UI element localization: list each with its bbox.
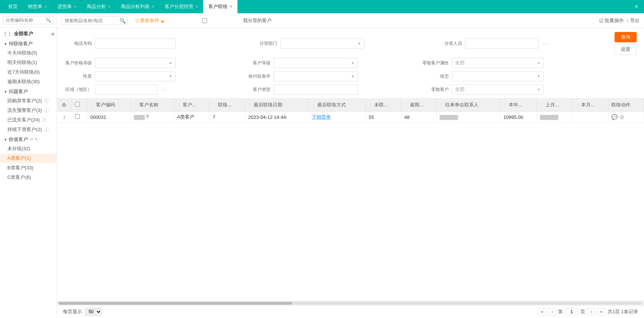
column-settings-button[interactable]: ⚙ (62, 102, 67, 108)
arrow-icon-2: ▼ (4, 90, 7, 94)
nav-close-all[interactable]: × (632, 3, 641, 10)
nature-select[interactable]: ▼ (95, 71, 176, 81)
batch-ops-btn[interactable]: ☑ 批量操作 (599, 17, 624, 24)
search-icon[interactable]: 🔍 (119, 18, 126, 24)
select-all-checkbox[interactable] (75, 102, 80, 107)
col-type[interactable]: ⋮客户... (174, 99, 210, 112)
export-btn[interactable]: ↑ 导出 (627, 17, 640, 24)
retail-attr-select[interactable]: 全部 ▼ (452, 58, 544, 68)
sidebar-item-ungrouped[interactable]: 未分组(32) (0, 144, 57, 153)
row-type: A类客户 (174, 112, 210, 123)
sidebar-collapse-icon[interactable]: ◀ (51, 32, 54, 36)
drag-icon-this-month: ⋮ (576, 103, 580, 107)
col-this-month[interactable]: ⋮本月... (573, 99, 608, 112)
sidebar-group-problem[interactable]: ▼ 问题客户 (0, 86, 57, 96)
dept-select[interactable]: ▼ (280, 38, 365, 49)
col-contact[interactable]: ⋮联络... (210, 99, 245, 112)
prev-page-btn[interactable]: ‹ (548, 308, 556, 315)
filter-cell-dept: 分管部门 ▼ (250, 38, 424, 49)
customer-table: ⚙ ⋮客户编码 ⋮客户名称 ⋮客户... ⋮联络... ⋮最后联络日期 ⋮最后联… (57, 99, 644, 123)
sidebar-item-tomorrow[interactable]: 明天待联络(1) (0, 58, 57, 67)
sidebar-item-churned[interactable]: 已流失客户(24) ⓘ (0, 115, 57, 125)
value-edit-icon[interactable]: ✎ (35, 137, 38, 142)
col-last-month[interactable]: ⋮上月... (537, 99, 573, 112)
sidebar-item-a-class[interactable]: A类客户(1) (0, 153, 57, 163)
price-level-select[interactable]: ▼ (95, 58, 176, 68)
page-input[interactable] (565, 308, 578, 315)
col-name[interactable]: ⋮客户名称 (130, 99, 174, 112)
search-input[interactable] (61, 16, 128, 25)
customer-level-select[interactable]: ▼ (273, 58, 358, 68)
sidebar-item-overdue[interactable]: 逾期未联络(30) (0, 77, 57, 86)
last-way-link[interactable]: 下销货单 (312, 114, 331, 120)
nav-sales[interactable]: 销货单 × (23, 0, 52, 13)
per-page-select[interactable]: 50 (85, 308, 102, 316)
nav-analysis-close[interactable]: × (108, 4, 111, 9)
nav-analysis-list-close[interactable]: × (152, 4, 154, 9)
payment-select[interactable]: ▼ (273, 71, 358, 81)
col-settings[interactable]: ⚙ (57, 99, 72, 112)
retail-chevron-icon: ▼ (537, 88, 540, 92)
scroll-thumb[interactable] (58, 302, 292, 305)
sidebar-item-b-class[interactable]: B类客户(33) (0, 163, 57, 173)
my-customers-checkbox[interactable] (168, 18, 242, 23)
retail-attr-label: 零散客户属性 (421, 60, 449, 66)
drag-icon-last-month: ⋮ (540, 103, 544, 107)
col-code[interactable]: ⋮客户编码 (87, 99, 130, 112)
customer-level-label: 客户等级 (243, 60, 271, 66)
sidebar-group-pending[interactable]: ▼ 待联络客户 (0, 39, 57, 48)
scroll-track[interactable] (58, 302, 643, 305)
col-year[interactable]: ⋮本年... (500, 99, 537, 112)
sidebar-item-c-class[interactable]: C类客户(6) (0, 173, 57, 182)
nav-customer-contact[interactable]: 客户联络 × (203, 0, 237, 13)
nav-analysis-list[interactable]: 商品分析列表 × (116, 0, 160, 13)
col-partner[interactable]: ⋮往来单位联系人 (437, 99, 500, 112)
nav-customer-tier-close[interactable]: × (196, 4, 198, 9)
col-last-date[interactable]: ⋮最后联络日期 (245, 99, 309, 112)
nav-home[interactable]: 首页 (3, 0, 23, 13)
table-area: ⚙ ⋮客户编码 ⋮客户名称 ⋮客户... ⋮联络... ⋮最后联络日期 ⋮最后联… (57, 99, 644, 301)
more-icon[interactable]: ⊞ (620, 114, 624, 120)
nav-purchase[interactable]: 进货单 × (52, 0, 82, 13)
nav-customer-contact-close[interactable]: × (230, 4, 232, 9)
customer-type-input[interactable] (273, 84, 358, 95)
filter-row-2: 客户价格等级 ▼ 客户等级 ▼ 零散客户属性 (64, 58, 637, 68)
table-scrollbar[interactable] (57, 301, 644, 305)
query-button[interactable]: 查询 (615, 32, 637, 42)
name-blur (134, 115, 145, 120)
phone-input[interactable] (95, 38, 176, 49)
sidebar-item-7days[interactable]: 近7天待联络(0) (0, 67, 57, 77)
status-label: 状态 (421, 73, 449, 80)
sidebar-item-repurchase[interactable]: 回购异常客户(2) ⓘ (0, 96, 57, 106)
sidebar-item-today[interactable]: 今天待联络(0) (0, 48, 57, 58)
nav-analysis[interactable]: 商品分析 × (82, 0, 116, 13)
first-page-btn[interactable]: « (538, 308, 547, 315)
sidebar-item-churn-warn[interactable]: 流失预警客户(3) ⓘ (0, 106, 57, 115)
person-input[interactable] (465, 38, 539, 49)
retail-select[interactable]: 全部 ▼ (452, 84, 544, 95)
filter-row-1: 电话号码 分管部门 ▼ 分管人员 ··· (64, 32, 637, 55)
row-select-checkbox[interactable] (75, 114, 80, 119)
my-customers-checkbox-label[interactable]: 我分管的客户 (168, 17, 272, 24)
status-select[interactable]: ▼ (452, 71, 544, 81)
next-page-btn[interactable]: › (587, 308, 595, 315)
more-conditions-btn[interactable]: ▽ 更多条件 ▲ (135, 17, 165, 24)
sidebar-all-customers[interactable]: ⋮⋮ 全部客户 ◀ (0, 28, 57, 39)
last-page-btn[interactable]: » (597, 308, 605, 315)
drag-icon-partner: ⋮ (440, 103, 444, 107)
region-dots[interactable]: ··· (162, 86, 166, 92)
nav-purchase-close[interactable]: × (74, 4, 76, 9)
col-last-way[interactable]: ⋮最后联络方式 (309, 99, 366, 112)
chat-icon[interactable]: 💬 (611, 114, 618, 120)
value-refresh-icon[interactable]: ↺ (29, 137, 33, 142)
col-overdue[interactable]: ⋮逾期... (401, 99, 437, 112)
sidebar-group-value[interactable]: ▼ 价值客户 ↺ ✎ (0, 134, 57, 144)
nav-sales-close[interactable]: × (44, 4, 47, 9)
col-no-contact[interactable]: ⋮未联... (366, 99, 401, 112)
settings-button[interactable]: 设置 (615, 44, 637, 55)
region-input[interactable] (95, 84, 157, 95)
sidebar-item-declining[interactable]: 持续下滑客户(2) ⓘ (0, 125, 57, 134)
row-last-way[interactable]: 下销货单 (309, 112, 366, 123)
nav-customer-tier[interactable]: 客户分层经营 × (160, 0, 203, 13)
person-dots[interactable]: ··· (543, 40, 547, 46)
